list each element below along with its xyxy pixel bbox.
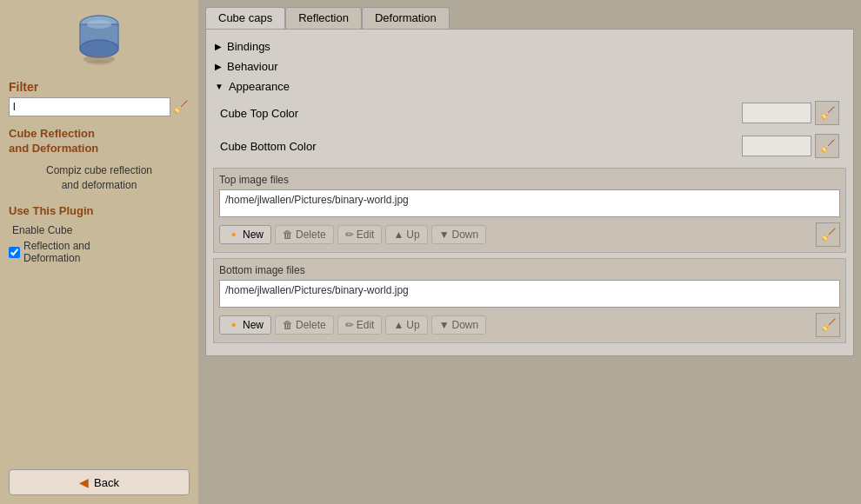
cube-top-color-row: Cube Top Color [213,96,846,129]
svg-point-3 [87,20,111,29]
tab-bar: Cube caps Reflection Deformation [205,7,854,29]
back-arrow-icon [79,475,89,489]
cube-bottom-color-box[interactable] [742,136,811,156]
behaviour-row[interactable]: ▶ Behaviour [213,56,846,76]
bindings-arrow-icon: ▶ [215,42,222,51]
clear-filter-button[interactable]: 🧹 [170,97,190,116]
main-content: Cube caps Reflection Deformation ▶ Bindi… [198,0,861,504]
broom-icon-3 [821,227,836,242]
cube-top-color-label: Cube Top Color [220,107,742,120]
logo-area [9,9,190,70]
plugin-title: Cube Reflection and Deformation [9,127,190,156]
cube-bottom-color-label: Cube Bottom Color [220,140,742,153]
filter-input[interactable] [9,97,170,116]
cube-bottom-color-clear-button[interactable] [815,134,839,158]
broom-icon-4 [821,317,836,333]
top-image-action-bar: 🔸 New 🗑 Delete ✏ Edit ▲ Up ▼ Down [219,222,840,247]
bindings-label: Bindings [227,40,270,53]
cube-top-color-input-wrap [742,101,839,125]
top-image-files-section: Top image files /home/jlwallen/Pictures/… [213,168,846,253]
delete-icon-bottom: 🗑 [283,319,293,331]
app-logo [73,9,125,70]
top-image-file-entry: /home/jlwallen/Pictures/binary-world.jpg [225,194,409,206]
appearance-label: Appearance [229,80,290,93]
bottom-image-delete-button[interactable]: 🗑 Delete [275,315,334,335]
cube-bottom-color-input-wrap [742,134,839,158]
top-image-new-button[interactable]: 🔸 New [219,225,271,244]
cube-top-color-box[interactable] [742,103,811,123]
top-image-delete-button[interactable]: 🗑 Delete [275,225,334,244]
top-image-files-title: Top image files [219,174,840,186]
bottom-image-file-list: /home/jlwallen/Pictures/binary-world.jpg [219,280,840,308]
reflection-deformation-option[interactable]: Reflection and Deformation [9,240,190,264]
tab-reflection[interactable]: Reflection [285,7,362,29]
top-image-file-list: /home/jlwallen/Pictures/binary-world.jpg [219,189,840,217]
reflection-label: Reflection and Deformation [23,240,90,264]
tab-cube-caps[interactable]: Cube caps [205,7,285,29]
appearance-arrow-icon: ▼ [215,82,224,91]
down-icon-top: ▼ [439,229,450,241]
panel: ▶ Bindings ▶ Behaviour ▼ Appearance Cube… [205,29,854,356]
down-icon-bottom: ▼ [439,319,450,331]
reflection-checkbox[interactable] [9,247,20,258]
behaviour-label: Behaviour [227,60,278,73]
enable-cube-option: Enable Cube [9,224,190,236]
bottom-image-down-button[interactable]: ▼ Down [431,315,487,335]
top-image-down-button[interactable]: ▼ Down [431,225,487,244]
filter-row: 🧹 [9,97,190,116]
filter-label: Filter [9,80,190,94]
bindings-row[interactable]: ▶ Bindings [213,36,846,56]
sidebar: Filter 🧹 Cube Reflection and Deformation… [0,0,198,504]
edit-icon-top: ✏ [345,229,354,241]
top-image-up-button[interactable]: ▲ Up [385,225,427,244]
use-plugin-label: Use This Plugin [9,204,190,217]
delete-icon-top: 🗑 [283,229,293,241]
up-icon-top: ▲ [393,229,404,241]
bottom-image-files-title: Bottom image files [219,264,840,276]
bottom-image-clear-button[interactable] [816,313,840,337]
bottom-image-new-button[interactable]: 🔸 New [219,315,271,335]
appearance-row[interactable]: ▼ Appearance [213,76,846,96]
bottom-image-edit-button[interactable]: ✏ Edit [337,315,383,335]
behaviour-arrow-icon: ▶ [215,62,222,71]
back-label: Back [94,476,119,489]
cube-bottom-color-row: Cube Bottom Color [213,129,846,162]
edit-icon-bottom: ✏ [345,319,354,331]
bottom-image-up-button[interactable]: ▲ Up [385,315,427,335]
up-icon-bottom: ▲ [393,319,404,331]
broom-icon-2 [820,138,835,154]
bottom-image-file-entry: /home/jlwallen/Pictures/binary-world.jpg [225,284,409,296]
tab-deformation[interactable]: Deformation [362,7,450,29]
cube-top-color-clear-button[interactable] [815,101,839,125]
back-button[interactable]: Back [9,469,190,495]
broom-icon [820,105,835,121]
bottom-image-action-bar: 🔸 New 🗑 Delete ✏ Edit ▲ Up ▼ Down [219,313,840,337]
top-image-edit-button[interactable]: ✏ Edit [337,225,383,244]
new-icon-bottom: 🔸 [227,319,240,331]
top-image-clear-button[interactable] [816,222,840,247]
new-icon-top: 🔸 [227,229,240,241]
svg-point-5 [87,60,111,65]
plugin-description: Compiz cube reflection and deformation [9,163,190,193]
bottom-image-files-section: Bottom image files /home/jlwallen/Pictur… [213,258,846,343]
